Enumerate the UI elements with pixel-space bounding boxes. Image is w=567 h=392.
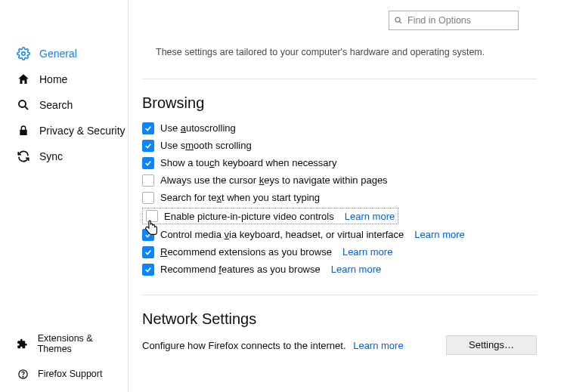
puzzle-icon	[17, 338, 29, 350]
search-icon	[17, 98, 30, 112]
learn-more-link[interactable]: Learn more	[331, 264, 381, 275]
content-pane: These settings are tailored to your comp…	[129, 0, 567, 392]
sidebar-item-label: Privacy & Security	[39, 125, 125, 137]
checkbox[interactable]	[142, 157, 154, 169]
sidebar-item-search[interactable]: Search	[0, 94, 128, 116]
network-desc: Configure how Firefox connects to the in…	[142, 340, 404, 351]
sidebar-item-general[interactable]: General	[0, 42, 128, 65]
browsing-option-row: Recommend extensions as you browseLearn …	[142, 243, 537, 261]
checkbox-label[interactable]: Search for text when you start typing	[160, 192, 320, 203]
sidebar-item-support[interactable]: Firefox Support	[0, 363, 128, 384]
sidebar-item-label: Extensions & Themes	[38, 333, 128, 354]
checkbox[interactable]	[142, 174, 154, 187]
question-icon	[17, 368, 29, 380]
lock-icon	[17, 124, 30, 137]
checkbox[interactable]	[142, 246, 154, 258]
checkbox-label[interactable]: Use autoscrolling	[160, 122, 236, 134]
sidebar-item-label: Sync	[39, 150, 63, 162]
browsing-option-row: Always use the cursor keys to navigate w…	[142, 171, 537, 189]
checkbox-label[interactable]: Use smooth scrolling	[160, 140, 252, 151]
learn-more-link[interactable]: Learn more	[345, 211, 395, 222]
svg-line-6	[399, 21, 401, 23]
sync-icon	[17, 150, 30, 163]
svg-point-5	[395, 17, 400, 22]
checkbox-label[interactable]: Recommend features as you browse	[160, 264, 321, 275]
section-title-network: Network Settings	[142, 310, 537, 328]
browsing-option-row: Show a touch keyboard when necessary	[142, 154, 537, 171]
sidebar-item-home[interactable]: Home	[0, 68, 128, 91]
divider	[142, 79, 537, 79]
checkbox[interactable]	[142, 192, 154, 204]
checkbox-label[interactable]: Recommend extensions as you browse	[160, 246, 332, 258]
sidebar-item-label: Search	[39, 99, 73, 111]
checkbox[interactable]	[142, 264, 154, 276]
browsing-option-row: Search for text when you start typing	[142, 189, 537, 206]
sidebar-item-privacy[interactable]: Privacy & Security	[0, 119, 128, 142]
sidebar-item-extensions[interactable]: Extensions & Themes	[0, 329, 128, 359]
svg-line-2	[25, 106, 28, 110]
browsing-option-row: Use autoscrolling	[142, 119, 537, 137]
search-icon	[394, 16, 403, 25]
intro-text: These settings are tailored to your comp…	[156, 47, 537, 57]
browsing-option-row: Recommend features as you browseLearn mo…	[142, 261, 537, 278]
section-title-browsing: Browsing	[142, 94, 537, 112]
svg-point-1	[19, 100, 26, 107]
sidebar-item-label: General	[39, 48, 77, 60]
checkbox[interactable]	[142, 140, 154, 152]
browsing-option-row: Use smooth scrolling	[142, 137, 537, 154]
checkbox-label[interactable]: Enable picture-in-picture video controls	[164, 211, 334, 222]
svg-point-4	[23, 376, 23, 377]
learn-more-link[interactable]: Learn more	[342, 246, 392, 258]
learn-more-link[interactable]: Learn more	[414, 229, 464, 240]
sidebar: General Home Search Privacy & Security S…	[0, 0, 129, 392]
checkbox[interactable]	[146, 210, 158, 222]
network-section: Network Settings Configure how Firefox c…	[142, 310, 537, 355]
divider	[142, 295, 537, 295]
svg-point-0	[22, 52, 26, 56]
network-settings-button[interactable]: Settings…	[446, 335, 537, 355]
gear-icon	[17, 47, 30, 60]
search-input[interactable]	[406, 14, 513, 26]
checkbox[interactable]	[142, 122, 154, 134]
checkbox[interactable]	[142, 229, 154, 241]
home-icon	[17, 73, 30, 86]
browsing-option-row: Control media via keyboard, headset, or …	[142, 226, 537, 243]
network-learn-more-link[interactable]: Learn more	[353, 340, 403, 351]
browsing-section: Browsing Use autoscrollingUse smooth scr…	[142, 94, 537, 278]
checkbox-label[interactable]: Control media via keyboard, headset, or …	[160, 229, 404, 240]
sidebar-item-sync[interactable]: Sync	[0, 145, 128, 168]
checkbox-label[interactable]: Always use the cursor keys to navigate w…	[160, 174, 388, 186]
sidebar-item-label: Home	[39, 73, 67, 85]
sidebar-item-label: Firefox Support	[38, 369, 102, 379]
checkbox-label[interactable]: Show a touch keyboard when necessary	[160, 157, 336, 168]
search-box[interactable]	[389, 11, 519, 30]
browsing-option-row: Enable picture-in-picture video controls…	[142, 208, 398, 224]
